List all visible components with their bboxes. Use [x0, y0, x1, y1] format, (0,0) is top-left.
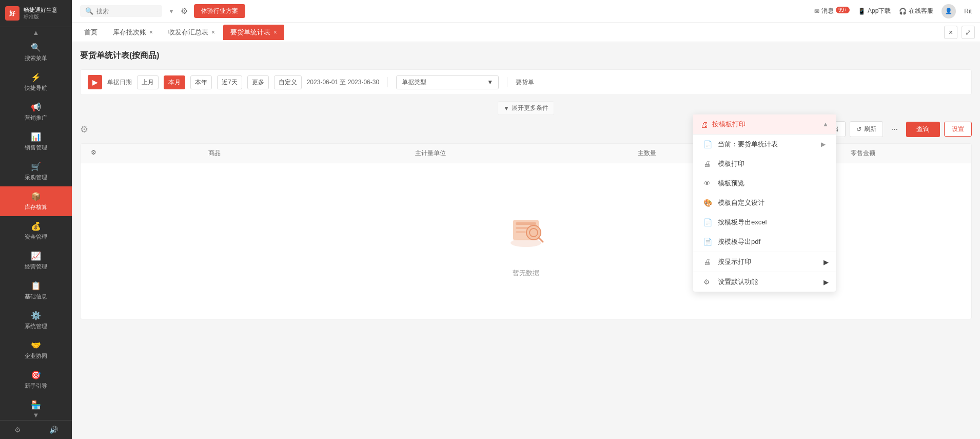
export-excel-label: 按模板导出excel — [718, 218, 767, 227]
date-btn-this-year[interactable]: 本年 — [190, 75, 212, 89]
marketing-icon: 📢 — [31, 102, 41, 112]
sidebar-item-label: 快捷导航 — [25, 84, 47, 92]
dropdown-export-pdf[interactable]: 📄 按模板导出pdf — [693, 232, 836, 252]
date-btn-7days[interactable]: 近7天 — [217, 75, 242, 89]
search-icon: 🔍 — [31, 43, 41, 52]
window-close-button[interactable]: × — [944, 26, 957, 39]
message-badge: 99+ — [836, 7, 850, 13]
sidebar-item-marketing[interactable]: 📢 营销推广 — [0, 97, 72, 127]
chevron-down-icon: ▼ — [503, 105, 509, 112]
display-print-icon: 🖨 — [703, 258, 713, 266]
window-maximize-button[interactable]: ⤢ — [962, 26, 975, 39]
sidebar-item-sales[interactable]: 📊 销售管理 — [0, 127, 72, 157]
sidebar-item-finance[interactable]: 💰 资金管理 — [0, 216, 72, 246]
order-type-select[interactable]: 单据类型 ▼ — [396, 75, 499, 89]
app-name: 畅捷通好生意 — [24, 6, 57, 13]
logo-icon: 好 — [5, 6, 19, 21]
date-btn-custom[interactable]: 自定义 — [274, 75, 302, 89]
topbar-search-box[interactable]: 🔍 — [80, 5, 162, 17]
date-btn-this-month[interactable]: 本月 — [164, 75, 185, 89]
sidebar-item-search[interactable]: 🔍 搜索菜单 — [0, 37, 72, 67]
refresh-button[interactable]: ↺ 刷新 — [850, 121, 883, 137]
template-preview-label: 模板预览 — [718, 179, 744, 188]
user-avatar[interactable]: 👤 — [942, 4, 956, 18]
tab-order-stats-close[interactable]: × — [273, 29, 277, 36]
sidebar-item-label: 基础信息 — [25, 293, 47, 300]
refresh-icon: ↺ — [856, 126, 861, 133]
tab-bar: 首页 库存批次账 × 收发存汇总表 × 要货单统计表 × × ⤢ — [72, 23, 980, 42]
user-name: Rit — [964, 8, 972, 15]
app-download-button[interactable]: 📱 App下载 — [858, 7, 891, 15]
appstore-icon: 🏪 — [31, 400, 41, 410]
tab-home[interactable]: 首页 — [77, 25, 105, 40]
tab-order-stats-label: 要货单统计表 — [230, 28, 270, 37]
tab-collection-close[interactable]: × — [211, 29, 215, 36]
date-btn-last-month[interactable]: 上月 — [137, 75, 159, 89]
settings-button[interactable]: 设置 — [944, 122, 972, 137]
tab-order-stats[interactable]: 要货单统计表 × — [223, 25, 284, 40]
sidebar-help-icon[interactable]: 🔊 — [49, 426, 58, 434]
toolbar-expand-button[interactable]: ▶ — [88, 75, 102, 89]
table-col-settings[interactable]: ⚙ — [81, 149, 106, 158]
export-pdf-label: 按模板导出pdf — [718, 237, 760, 246]
shortcut-icon: ⚡ — [31, 72, 41, 82]
dropdown-current-item[interactable]: 📄 当前：要货单统计表 ▶ — [693, 135, 836, 154]
dropdown-export-excel[interactable]: 📄 按模板导出excel — [693, 213, 836, 232]
sidebar-settings-icon[interactable]: ⚙ — [14, 426, 21, 434]
sidebar-item-newbie[interactable]: 🎯 新手引导 — [0, 365, 72, 395]
sidebar-item-basic[interactable]: 📋 基础信息 — [0, 276, 72, 306]
sidebar-scroll-down[interactable]: ▼ — [0, 410, 72, 420]
order-type-label: 单据类型 — [402, 78, 426, 87]
more-button[interactable]: ··· — [887, 122, 902, 137]
system-icon: ⚙️ — [31, 311, 41, 320]
dropdown-title-area: 🖨 按模板打印 — [700, 120, 746, 129]
operation-icon: 📈 — [31, 251, 41, 261]
template-design-icon: 🎨 — [703, 199, 713, 207]
set-default-label: 设置默认功能 — [718, 277, 758, 287]
require-goods-label: 要货单 — [516, 78, 534, 87]
sidebar-item-shortcut[interactable]: ⚡ 快捷导航 — [0, 67, 72, 97]
expand-more-button[interactable]: ▼ 展开更多条件 — [498, 101, 554, 115]
newbie-icon: 🎯 — [31, 370, 41, 380]
tab-batch-close[interactable]: × — [149, 29, 153, 36]
table-settings-icon[interactable]: ⚙ — [80, 124, 88, 135]
sidebar-item-label: 企业协同 — [25, 352, 47, 360]
topbar-chevron-icon[interactable]: ▼ — [168, 8, 174, 15]
trial-industry-button[interactable]: 体验行业方案 — [194, 4, 245, 18]
filter-separator — [387, 77, 388, 87]
date-btn-more[interactable]: 更多 — [247, 75, 269, 89]
dropdown-collapse-icon[interactable]: ▲ — [822, 121, 829, 128]
dropdown-template-print[interactable]: 🖨 模板打印 — [693, 154, 836, 174]
dropdown-header[interactable]: 🖨 按模板打印 ▲ — [693, 114, 836, 135]
search-input[interactable] — [96, 8, 148, 15]
tab-collection-label: 收发存汇总表 — [168, 28, 208, 37]
sidebar-item-label: 系统管理 — [25, 322, 47, 330]
sidebar-item-operation[interactable]: 📈 经营管理 — [0, 246, 72, 276]
basic-icon: 📋 — [31, 281, 41, 291]
online-service-button[interactable]: 🎧 在线客服 — [899, 7, 933, 15]
sidebar-item-inventory[interactable]: 📦 库存核算 — [0, 186, 72, 216]
tab-collection[interactable]: 收发存汇总表 × — [161, 25, 222, 40]
message-button[interactable]: ✉ 消息 99+ — [814, 7, 850, 15]
sidebar-item-appstore[interactable]: 🏪 应用中心 — [0, 395, 72, 410]
sidebar-item-purchase[interactable]: 🛒 采购管理 — [0, 157, 72, 186]
tab-batch[interactable]: 库存批次账 × — [106, 25, 160, 40]
window-actions: × ⤢ — [944, 26, 975, 39]
query-button[interactable]: 查询 — [906, 122, 940, 137]
dropdown-template-preview[interactable]: 👁 模板预览 — [693, 174, 836, 193]
sidebar-item-label: 营销推广 — [25, 114, 47, 122]
message-icon: ✉ — [814, 8, 819, 15]
search-icon: 🔍 — [85, 7, 93, 15]
dropdown-set-default[interactable]: ⚙ 设置默认功能 ▶ — [693, 272, 836, 292]
dropdown-display-print[interactable]: 🖨 按显示打印 ▶ — [693, 252, 836, 272]
dropdown-template-design[interactable]: 🎨 模板自定义设计 — [693, 193, 836, 213]
sidebar-item-cooperation[interactable]: 🤝 企业协同 — [0, 335, 72, 365]
tab-batch-label: 库存批次账 — [113, 28, 146, 37]
order-type-chevron: ▼ — [487, 79, 493, 86]
dropdown-printer-icon: 🖨 — [700, 120, 708, 129]
table-col-product: 商品 — [106, 149, 323, 158]
expand-icon: ▶ — [92, 78, 98, 86]
topbar-settings-icon[interactable]: ⚙ — [181, 6, 188, 16]
sidebar-scroll-up[interactable]: ▲ — [0, 27, 72, 37]
sidebar-item-system[interactable]: ⚙️ 系统管理 — [0, 306, 72, 335]
